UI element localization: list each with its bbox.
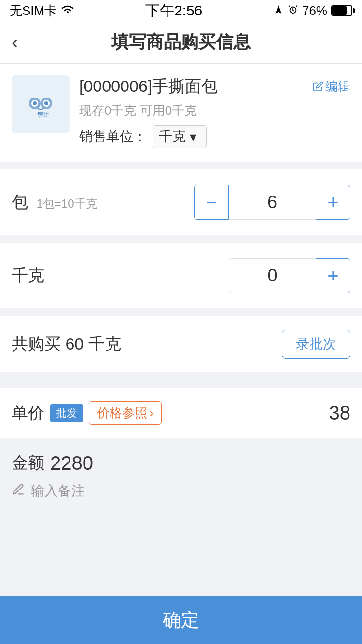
nav-bar: ‹ 填写商品购买信息 <box>0 21 362 64</box>
page-title: 填写商品购买信息 <box>111 30 251 54</box>
alarm-icon <box>288 3 298 18</box>
wifi-icon <box>61 3 74 18</box>
amount-row: 金额 2280 <box>12 452 350 474</box>
time-label: 下午2:56 <box>145 1 202 21</box>
product-section: 智计 [0000006]手撕面包 编辑 现存0千克 可用0千克 销售单位： 千克… <box>0 64 362 162</box>
product-name: [0000006]手撕面包 <box>79 75 218 98</box>
edit-button[interactable]: 编辑 <box>313 78 350 95</box>
svg-point-5 <box>33 101 37 105</box>
svg-text:智计: 智计 <box>37 112 49 118</box>
product-info: [0000006]手撕面包 编辑 现存0千克 可用0千克 销售单位： 千克 ▾ <box>79 75 350 148</box>
price-value: 38 <box>329 402 351 424</box>
status-left: 无SIM卡 <box>10 2 74 19</box>
unit-select[interactable]: 千克 ▾ <box>153 125 207 148</box>
price-row: 单价 批发 价格参照 › 38 <box>12 401 350 425</box>
price-ref-button[interactable]: 价格参照 › <box>89 401 162 425</box>
separator-3 <box>0 380 362 388</box>
separator-1 <box>0 235 362 243</box>
status-right: 76% <box>273 3 352 18</box>
amount-section: 金额 2280 输入备注 <box>0 438 362 510</box>
quantity-bao-controls: − + <box>194 185 350 220</box>
quantity-bao-minus-button[interactable]: − <box>194 185 229 220</box>
batch-button[interactable]: 录批次 <box>282 330 350 359</box>
quantity-bao-input[interactable] <box>229 185 316 220</box>
quantity-bao-section: 包 1包=10千克 − + <box>0 169 362 235</box>
total-batch-section: 共购买 60 千克 录批次 <box>0 316 362 372</box>
battery-percent: 76% <box>302 3 327 18</box>
pencil-icon <box>12 483 25 500</box>
chevron-right-icon: › <box>149 406 153 420</box>
amount-value: 2280 <box>50 452 93 474</box>
battery-icon <box>331 3 352 18</box>
product-unit-row: 销售单位： 千克 ▾ <box>79 125 350 148</box>
price-label: 单价 <box>12 402 44 424</box>
quantity-bao-sublabel: 1包=10千克 <box>36 197 97 210</box>
product-name-row: [0000006]手撕面包 编辑 <box>79 75 350 98</box>
note-row[interactable]: 输入备注 <box>12 482 350 500</box>
amount-label: 金额 <box>12 452 44 474</box>
note-label: 输入备注 <box>31 482 85 500</box>
total-text: 共购买 60 千克 <box>12 333 121 355</box>
back-arrow-icon: ‹ <box>12 31 18 53</box>
status-bar: 无SIM卡 下午2:56 76% <box>0 0 362 21</box>
quantity-kg-section: 千克 + <box>0 243 362 308</box>
price-tag: 批发 <box>50 404 83 422</box>
quantity-bao-row: 包 1包=10千克 − + <box>12 169 350 235</box>
dropdown-arrow-icon: ▾ <box>190 129 196 145</box>
quantity-kg-input[interactable] <box>229 258 316 293</box>
svg-point-6 <box>44 101 48 105</box>
product-stock: 现存0千克 可用0千克 <box>79 102 350 119</box>
quantity-kg-controls: + <box>229 258 350 293</box>
carrier-label: 无SIM卡 <box>10 2 57 19</box>
quantity-kg-plus-button[interactable]: + <box>316 258 350 293</box>
separator-2 <box>0 308 362 316</box>
product-image: 智计 <box>12 75 70 133</box>
back-button[interactable]: ‹ <box>12 31 18 53</box>
quantity-kg-row: 千克 + <box>12 243 350 308</box>
gps-icon <box>273 3 284 18</box>
sale-unit-label: 销售单位： <box>79 127 147 146</box>
quantity-bao-label: 包 1包=10千克 <box>12 191 194 213</box>
confirm-button[interactable]: 确定 <box>0 596 362 644</box>
price-section: 单价 批发 价格参照 › 38 <box>0 388 362 438</box>
quantity-kg-label: 千克 <box>12 265 229 287</box>
price-left: 单价 批发 价格参照 › <box>12 401 162 425</box>
quantity-bao-plus-button[interactable]: + <box>316 185 350 220</box>
